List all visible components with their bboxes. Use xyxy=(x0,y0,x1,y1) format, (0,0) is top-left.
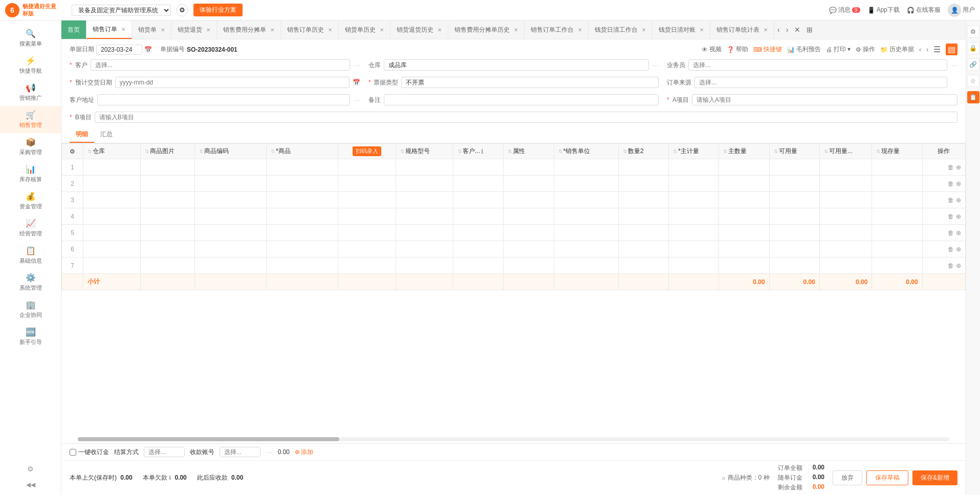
delivery-date-calendar-icon[interactable]: 📅 xyxy=(353,79,360,86)
add-payment-button[interactable]: ⊕ 添加 xyxy=(295,448,313,457)
salesperson-dots-button[interactable]: ··· xyxy=(951,61,957,69)
b-project-input[interactable] xyxy=(95,112,957,123)
sidebar-collapse-button[interactable]: ◀◀ xyxy=(26,480,36,490)
tab-fee-split-history-close[interactable]: ✕ xyxy=(514,27,518,33)
grid-view-button[interactable]: ▤ xyxy=(946,44,957,55)
settlement-select[interactable] xyxy=(144,447,185,457)
sidebar-settings-button[interactable]: ⚙ xyxy=(23,461,38,477)
tab-sales-return-close[interactable]: ✕ xyxy=(161,27,165,33)
sidebar-item-base-info[interactable]: 📋 基础信息 xyxy=(0,242,61,269)
sidebar-item-quick-nav[interactable]: ⚡ 快捷导航 xyxy=(0,52,61,79)
row-delete-1[interactable]: 🗑 xyxy=(948,164,954,171)
row-attribute-1[interactable] xyxy=(504,159,554,176)
sidebar-item-inventory[interactable]: 📊 库存核算 xyxy=(0,160,61,187)
row-sales-unit-2[interactable] xyxy=(554,176,618,192)
row-product-2[interactable] xyxy=(267,176,338,192)
app-download-button[interactable]: 📱 App下载 xyxy=(867,6,900,14)
delivery-date-input[interactable] xyxy=(115,77,350,88)
scan-button[interactable]: 扫码录入 xyxy=(353,146,381,156)
deposit-checkbox-input[interactable] xyxy=(70,449,76,456)
save-draft-button[interactable]: 保存草稿 xyxy=(866,470,908,485)
row-copy-1[interactable]: ⊕ xyxy=(956,164,961,171)
calendar-icon[interactable]: 📅 xyxy=(144,46,152,53)
tab-sales-order-close[interactable]: ✕ xyxy=(121,27,125,32)
help-button[interactable]: ❓ 帮助 xyxy=(727,45,748,54)
row-delete-4[interactable]: 🗑 xyxy=(948,213,954,220)
tab-cashier-daily[interactable]: 钱货日清工作台 ✕ xyxy=(589,20,652,39)
user-avatar[interactable]: 👤 用户 xyxy=(948,4,975,17)
row-product-code-1[interactable] xyxy=(194,159,266,176)
sidebar-item-search-menu[interactable]: 🔍 搜索菜单 xyxy=(0,25,61,52)
tab-refund-history[interactable]: 销货退货历史 ✕ xyxy=(390,20,448,39)
operation-button[interactable]: ⚙ 操作 xyxy=(856,45,875,54)
right-settings-icon[interactable]: ⚙ xyxy=(967,26,979,38)
tab-cashier-reconcile-close[interactable]: ✕ xyxy=(700,27,704,33)
list-view-button[interactable]: ☰ xyxy=(933,45,941,54)
right-link-icon[interactable]: 🔗 xyxy=(967,58,979,71)
doc-date-input[interactable] xyxy=(96,45,142,55)
tab-sales-stats[interactable]: 销售订单统计表 ✕ xyxy=(710,20,774,39)
row-copy-5[interactable]: ⊕ xyxy=(956,229,961,236)
row-delete-5[interactable]: 🗑 xyxy=(948,229,954,236)
scroll-thumb[interactable] xyxy=(78,437,339,441)
row-delete-7[interactable]: 🗑 xyxy=(948,262,954,269)
row-copy-2[interactable]: ⊕ xyxy=(956,180,961,187)
right-star-icon[interactable]: ☆ xyxy=(967,75,979,87)
warehouse-input[interactable] xyxy=(384,59,649,71)
row-delete-2[interactable]: 🗑 xyxy=(948,180,954,187)
tab-menu-button[interactable]: ⊞ xyxy=(803,20,816,39)
account-dots-button[interactable]: ··· xyxy=(267,448,273,456)
tab-order-workbench-close[interactable]: ✕ xyxy=(578,27,582,33)
salesperson-input[interactable] xyxy=(688,59,947,71)
nav-next-button[interactable]: › xyxy=(926,46,928,53)
row-product-code-2[interactable] xyxy=(194,176,266,192)
tab-sales-return[interactable]: 销货单 ✕ xyxy=(132,20,171,39)
tab-cashier-reconcile[interactable]: 钱货日清对账 ✕ xyxy=(652,20,710,39)
row-delete-3[interactable]: 🗑 xyxy=(948,197,954,204)
tab-order-history-close[interactable]: ✕ xyxy=(328,27,332,33)
row-customer-code-1[interactable] xyxy=(453,159,504,176)
tab-next-button[interactable]: › xyxy=(783,20,792,39)
row-delete-6[interactable]: 🗑 xyxy=(948,246,954,253)
discard-button[interactable]: 放弃 xyxy=(833,470,862,485)
sidebar-item-sales[interactable]: 🛒 销售管理 xyxy=(0,106,61,133)
row-copy-4[interactable]: ⊕ xyxy=(956,213,961,220)
right-orange-icon[interactable]: 📋 xyxy=(967,91,979,103)
tab-order-history[interactable]: 销售订单历史 ✕ xyxy=(281,20,339,39)
view-button[interactable]: 👁 视频 xyxy=(702,45,722,54)
sidebar-item-marketing[interactable]: 📢 营销推广 xyxy=(0,79,61,106)
settings-gear-button[interactable]: ⚙ xyxy=(176,4,188,16)
row-warehouse-3[interactable] xyxy=(83,192,141,208)
row-quantity2-2[interactable] xyxy=(618,176,668,192)
customer-address-input[interactable] xyxy=(97,94,350,105)
tab-sales-stats-close[interactable]: ✕ xyxy=(764,27,768,33)
customer-code-help-icon[interactable]: ℹ xyxy=(481,148,484,155)
row-product-1[interactable] xyxy=(267,159,338,176)
tab-close-all-button[interactable]: ✕ xyxy=(791,20,803,39)
row-warehouse-2[interactable] xyxy=(83,176,141,192)
tab-fee-split-history[interactable]: 销售费用分摊单历史 ✕ xyxy=(448,20,525,39)
sidebar-item-system[interactable]: ⚙️ 系统管理 xyxy=(0,269,61,296)
row-main-qty-2[interactable] xyxy=(719,176,769,192)
sidebar-item-finance[interactable]: 💰 资金管理 xyxy=(0,187,61,214)
row-customer-code-2[interactable] xyxy=(453,176,504,192)
message-button[interactable]: 💬 消息 9 xyxy=(829,6,860,14)
row-warehouse-1[interactable] xyxy=(83,159,141,176)
shortcut-button[interactable]: ⌨ 快捷键 xyxy=(753,45,782,54)
row-main-unit-1[interactable] xyxy=(669,159,719,176)
row-copy-6[interactable]: ⊕ xyxy=(956,246,961,253)
sidebar-item-enterprise[interactable]: 🏢 企业协同 xyxy=(0,296,61,323)
row-spec-1[interactable] xyxy=(396,159,453,176)
row-main-qty-1[interactable] xyxy=(719,159,769,176)
row-copy-3[interactable]: ⊕ xyxy=(956,197,961,204)
tab-return-history[interactable]: 销货单历史 ✕ xyxy=(339,20,390,39)
tab-detail[interactable]: 明细 xyxy=(70,127,94,143)
profit-button[interactable]: 📊 毛利预告 xyxy=(787,45,821,54)
tab-sales-refund-close[interactable]: ✕ xyxy=(206,27,210,33)
sidebar-item-guide[interactable]: 🆕 新手引导 xyxy=(0,323,61,350)
customer-input[interactable] xyxy=(91,59,350,71)
row-attribute-2[interactable] xyxy=(504,176,554,192)
row-copy-7[interactable]: ⊕ xyxy=(956,262,961,269)
order-source-input[interactable] xyxy=(694,77,947,88)
tab-summary[interactable]: 汇总 xyxy=(94,127,119,143)
